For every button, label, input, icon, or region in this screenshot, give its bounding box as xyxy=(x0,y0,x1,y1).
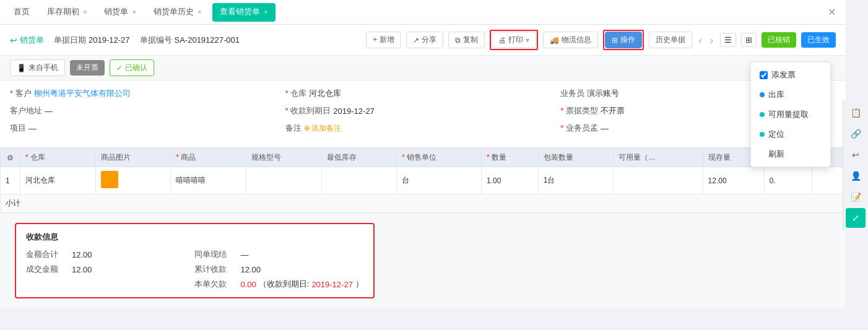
sidebar-icon-link[interactable]: 🔗 xyxy=(846,124,866,144)
doc-actions: + 新增 ↗ 分享 ⧉ 复制 🖨 打印 ▾ 🚚 xyxy=(366,30,836,50)
add-invoice-checkbox[interactable] xyxy=(760,71,768,79)
sidebar-icon-user[interactable]: 👤 xyxy=(846,166,866,186)
doc-date-label: 单据日期 2019-12-27 xyxy=(54,35,130,46)
ticket-type-label: 票据类型 xyxy=(560,105,598,116)
warehouse-field: 仓库 河北仓库 xyxy=(285,88,561,99)
add-note-button[interactable]: ⊕ 添加备注 xyxy=(304,123,341,134)
tab-close-view[interactable]: × xyxy=(264,8,267,15)
tab-inventory-init[interactable]: 库存期初 × xyxy=(38,0,95,25)
tab-close-sales[interactable]: × xyxy=(132,8,136,15)
project-field: 项目 — xyxy=(10,123,285,134)
ticket-type-value: 不开票 xyxy=(601,105,625,116)
deal-label: 成交金额 xyxy=(26,264,69,275)
row-spec xyxy=(246,167,322,194)
col-unit: 销售单位 xyxy=(397,149,482,167)
toolbar-row: 📱 来自手机 未开票 ✓ 已确认 xyxy=(0,56,846,80)
row-extra xyxy=(812,167,845,194)
operations-highlight: ⊞ 操作 xyxy=(603,30,644,50)
row-current-qty: 12.00 xyxy=(703,167,764,194)
confirm-icon: ✓ xyxy=(116,64,123,72)
row-pack-qty: 1台 xyxy=(538,167,614,194)
row-product-img xyxy=(95,167,171,194)
phone-icon: 📱 xyxy=(17,64,26,72)
print-button[interactable]: 🖨 打印 ▾ xyxy=(492,32,536,48)
copy-button[interactable]: ⧉ 复制 xyxy=(448,32,485,48)
logistics-icon: 🚚 xyxy=(550,36,559,45)
view-list-btn[interactable]: ☰ xyxy=(720,33,736,47)
note-field: 备注 ⊕ 添加备注 xyxy=(285,123,561,134)
operations-icon: ⊞ xyxy=(612,36,618,45)
project-value: — xyxy=(28,124,37,133)
tab-bar-close[interactable]: ✕ xyxy=(823,6,841,18)
address-field: 客户地址 — xyxy=(10,105,285,116)
outbound-label: 出库 xyxy=(768,89,784,100)
sidebar-icon-expand[interactable]: ⤢ xyxy=(846,208,866,228)
dropdown-locate[interactable]: 定位 xyxy=(751,124,830,144)
customer-field: 客户 柳州粤港平安气体有限公司 xyxy=(10,88,285,99)
tab-sales-history[interactable]: 销货单历史 × xyxy=(145,0,210,25)
row-unit: 台 xyxy=(397,167,482,194)
deal-row: 成交金额 12.00 xyxy=(26,264,194,275)
dropdown-refresh[interactable]: 刷新 xyxy=(751,144,830,164)
print-dropdown-arrow: ▾ xyxy=(526,36,529,45)
form-row-3: 项目 — 备注 ⊕ 添加备注 业务员孟 — xyxy=(10,123,836,134)
cumulative-label: 累计收款 xyxy=(194,264,238,275)
payment-date-field: 收款到期日 2019-12-27 xyxy=(285,105,561,116)
sold-out-button[interactable]: 已核销 xyxy=(762,32,796,48)
sidebar-icon-notes[interactable]: 📋 xyxy=(846,103,866,123)
nav-prev[interactable]: ‹ xyxy=(697,35,704,45)
col-available: 可用量（… xyxy=(614,149,703,167)
staff2-label: 业务员孟 xyxy=(560,123,598,134)
row-warehouse: 河北仓库 xyxy=(20,167,96,194)
tab-close-history[interactable]: × xyxy=(197,8,201,15)
col-warehouse: 仓库 xyxy=(20,149,96,167)
view-grid-btn[interactable]: ⊞ xyxy=(741,33,757,47)
doc-number-label: 单据编号 SA-20191227-001 xyxy=(140,35,240,46)
customer-value[interactable]: 柳州粤港平安气体有限公司 xyxy=(34,88,131,99)
table-row: 1 河北仓库 嘻嘻嘻嘻 台 1.00 1台 12.00 0. xyxy=(1,167,846,194)
new-button[interactable]: + 新增 xyxy=(366,32,401,48)
debt-note-end: ） xyxy=(355,279,363,290)
from-phone-button[interactable]: 📱 来自手机 xyxy=(10,59,65,76)
row-index: 1 xyxy=(1,167,20,194)
col-product: 商品 xyxy=(171,149,246,167)
staff-label: 业务员 xyxy=(560,88,584,99)
logistics-button[interactable]: 🚚 物流信息 xyxy=(543,32,598,48)
debt-note: （收款到期日: xyxy=(259,279,310,290)
share-button[interactable]: ↗ 分享 xyxy=(406,32,443,48)
subtotal-label: 小计 xyxy=(1,194,846,213)
sidebar-icon-edit[interactable]: 📝 xyxy=(846,187,866,207)
tab-home[interactable]: 首页 xyxy=(5,0,38,25)
row-product-name: 嘻嘻嘻嘻 xyxy=(171,167,246,194)
subtotal-row: 小计 xyxy=(1,194,846,213)
form-row-1: 客户 柳州粤港平安气体有限公司 仓库 河北仓库 业务员 演示账号 xyxy=(10,88,836,99)
cumulative-row: 累计收款 12.00 xyxy=(194,264,363,275)
tab-sales-order[interactable]: 销货单 × xyxy=(95,0,144,25)
add-invoice-label: 添发票 xyxy=(771,69,796,80)
nav-next[interactable]: › xyxy=(708,35,715,45)
tab-close-inventory[interactable]: × xyxy=(83,8,87,15)
dropdown-outbound[interactable]: 出库 xyxy=(751,85,830,105)
operations-button[interactable]: ⊞ 操作 xyxy=(605,32,642,48)
tab-view-sales[interactable]: 查看销货单 × xyxy=(212,3,275,22)
dropdown-available-qty[interactable]: 可用量提取 xyxy=(751,105,830,124)
share-icon: ↗ xyxy=(413,36,419,45)
row-min-stock xyxy=(321,167,397,194)
warehouse-label: 仓库 xyxy=(285,88,307,99)
same-order-value: — xyxy=(240,250,248,259)
confirm-button[interactable]: ✓ 已确认 xyxy=(110,59,154,76)
dropdown-add-invoice[interactable]: 添发票 xyxy=(751,65,830,85)
total-label: 金额合计 xyxy=(26,249,69,260)
project-label: 项目 xyxy=(10,123,26,134)
debt-row: 本单欠款 0.00 （收款到期日: 2019-12-27 ） xyxy=(194,279,363,290)
effective-button[interactable]: 已生效 xyxy=(801,32,836,48)
product-thumbnail xyxy=(101,171,118,188)
summary-box: 收款信息 金额合计 12.00 同单现结 — 成交金额 12.00 xyxy=(15,223,375,298)
total-value: 12.00 xyxy=(72,250,92,259)
not-open-button[interactable]: 未开票 xyxy=(70,60,105,76)
history-records-button[interactable]: 历史单据 xyxy=(649,32,692,48)
locate-label: 定位 xyxy=(768,129,784,140)
sidebar-icon-return[interactable]: ↩ xyxy=(846,145,866,165)
staff-value: 演示账号 xyxy=(587,88,619,99)
col-settings[interactable]: ⚙ xyxy=(1,149,20,167)
